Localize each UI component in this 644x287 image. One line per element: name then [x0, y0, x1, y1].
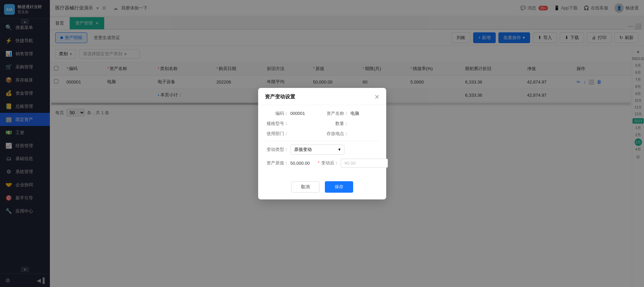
change-type-chevron: ▾ [338, 147, 341, 152]
original-value-label: 资产原值： [265, 160, 288, 166]
original-value: 50,000.00 [290, 161, 310, 166]
spec-label: 规格型号： [265, 121, 288, 127]
after-value-input[interactable] [341, 159, 388, 168]
dialog-row-spec-qty: 规格型号： 数量： [265, 121, 379, 127]
save-button[interactable]: 保存 [325, 181, 353, 193]
dialog-divider [265, 141, 379, 141]
dialog-header: 资产变动设置 ✕ [258, 88, 386, 105]
dialog-row-values: 资产原值： 50,000.00 * 变动后： [265, 159, 379, 168]
after-label: * 变动后： [315, 160, 339, 166]
asset-change-dialog: 资产变动设置 ✕ 编码： 000001 资产名称： 电脑 规格型号： 数量： 使… [258, 88, 386, 199]
dialog-title: 资产变动设置 [265, 94, 295, 100]
dialog-footer: 取消 保存 [258, 177, 386, 199]
change-type-value: 原值变动 [294, 147, 312, 153]
code-label: 编码： [265, 110, 288, 117]
dialog-close-btn[interactable]: ✕ [374, 93, 379, 101]
dialog-row-dept-loc: 使用部门： 存放地点： [265, 131, 379, 137]
dialog-overlay: 资产变动设置 ✕ 编码： 000001 资产名称： 电脑 规格型号： 数量： 使… [0, 0, 644, 287]
cancel-button[interactable]: 取消 [291, 181, 319, 193]
name-value: 电脑 [350, 110, 379, 117]
dialog-row-code-name: 编码： 000001 资产名称： 电脑 [265, 110, 379, 117]
location-label: 存放地点： [325, 131, 348, 137]
change-type-label: 变动类型： [265, 147, 288, 153]
dept-label: 使用部门： [265, 131, 288, 137]
name-label: 资产名称： [325, 110, 348, 117]
change-type-select[interactable]: 原值变动 ▾ [290, 145, 344, 155]
qty-label: 数量： [325, 121, 348, 127]
dialog-row-change-type: 变动类型： 原值变动 ▾ [265, 145, 379, 155]
code-value: 000001 [290, 111, 319, 116]
dialog-body: 编码： 000001 资产名称： 电脑 规格型号： 数量： 使用部门： 存放地点… [258, 105, 386, 177]
